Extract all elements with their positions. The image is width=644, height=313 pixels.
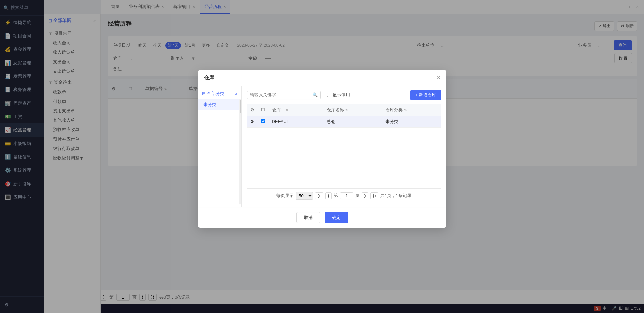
modal-close-button[interactable]: × — [437, 75, 440, 81]
uncategorized-label: 未分类 — [203, 102, 216, 107]
modal-per-page-label: 每页显示 — [276, 193, 294, 199]
left-scrollbar-thumb — [240, 100, 241, 113]
left-scrollbar-track — [239, 99, 241, 204]
modal-th-settings: ⚙ — [247, 104, 258, 116]
show-disabled-label: 显示停用 — [333, 92, 350, 98]
modal-th-name-label: 仓库名称 — [327, 107, 344, 112]
row-name: 总仓 — [323, 116, 382, 127]
row-select-checkbox[interactable] — [261, 119, 265, 123]
search-input-wrap: 🔍 — [247, 91, 321, 99]
modal-last-btn[interactable]: ⟩⟩ — [370, 192, 378, 199]
modal-button-row: 取消 确定 — [198, 207, 446, 228]
modal-title: 仓库 — [204, 75, 214, 81]
modal-page-input[interactable] — [340, 192, 353, 199]
modal-table-header: ⚙ ☐ 仓库... ⇅ 仓库名称 ⇅ 仓库分类 ⇅ — [247, 104, 441, 116]
left-scroll-area: 未分类 — [198, 99, 241, 204]
add-warehouse-button[interactable]: + 新增仓库 — [410, 90, 441, 100]
search-magnifier-icon: 🔍 — [312, 92, 318, 97]
modal-th-cat-label: 仓库分类 — [385, 107, 403, 112]
row-settings[interactable]: ⚙ — [247, 116, 258, 127]
all-category-text: 全部分类 — [207, 91, 224, 97]
modal-page-suffix: 页 — [355, 193, 360, 199]
modal-all-category[interactable]: ⊞ 全部分类 « — [198, 89, 241, 99]
row-category: 未分类 — [382, 116, 441, 127]
right-panel-toolbar: 🔍 显示停用 + 新增仓库 — [247, 90, 441, 100]
modal-left-panel: ⊞ 全部分类 « 未分类 — [198, 86, 242, 207]
warehouse-modal: 仓库 × ⊞ 全部分类 « 未分类 — [198, 70, 446, 228]
modal-pagination: 每页显示 50 100 ⟨⟨ ⟨ 第 页 ⟩ ⟩⟩ 共1页，1条记录 — [247, 188, 441, 203]
left-panel-uncategorized[interactable]: 未分类 — [198, 99, 241, 110]
row-code: DEFAULT — [269, 116, 324, 127]
modal-next-btn[interactable]: ⟩ — [362, 192, 368, 199]
show-disabled-checkbox-label[interactable]: 显示停用 — [327, 92, 350, 98]
modal-table-body: ⚙ DEFAULT 总仓 未分类 — [247, 116, 441, 127]
grid-small-icon: ⊞ — [202, 91, 206, 96]
code-sort-icon: ⇅ — [286, 108, 288, 112]
cat-sort-icon: ⇅ — [404, 108, 407, 112]
name-sort-icon: ⇅ — [345, 108, 348, 112]
modal-table-spacer — [247, 128, 441, 188]
table-row[interactable]: ⚙ DEFAULT 总仓 未分类 — [247, 116, 441, 127]
modal-page-prefix: 第 — [334, 193, 338, 199]
all-category-label: ⊞ 全部分类 — [202, 91, 224, 97]
modal-cancel-button[interactable]: 取消 — [296, 212, 320, 223]
modal-th-name[interactable]: 仓库名称 ⇅ — [323, 104, 382, 116]
modal-confirm-button[interactable]: 确定 — [325, 212, 348, 223]
modal-prev-btn[interactable]: ⟨ — [325, 192, 332, 199]
modal-total: 共1页，1条记录 — [380, 193, 411, 199]
modal-first-btn[interactable]: ⟨⟨ — [315, 192, 323, 199]
modal-warehouse-table: ⚙ ☐ 仓库... ⇅ 仓库名称 ⇅ 仓库分类 ⇅ — [247, 104, 441, 128]
show-disabled-checkbox[interactable] — [327, 93, 331, 97]
row-checkbox[interactable] — [258, 116, 269, 127]
modal-th-category[interactable]: 仓库分类 ⇅ — [382, 104, 441, 116]
modal-th-code[interactable]: 仓库... ⇅ — [269, 104, 324, 116]
modal-per-page-select[interactable]: 50 100 — [296, 192, 313, 200]
modal-th-code-label: 仓库... — [272, 107, 285, 112]
collapse-left-icon[interactable]: « — [234, 91, 237, 96]
modal-th-checkbox[interactable]: ☐ — [258, 104, 269, 116]
modal-header: 仓库 × — [198, 70, 446, 86]
warehouse-search-input[interactable] — [250, 92, 312, 97]
modal-body: ⊞ 全部分类 « 未分类 🔍 — [198, 86, 446, 207]
modal-right-panel: 🔍 显示停用 + 新增仓库 ⚙ ☐ 仓库... ⇅ — [242, 86, 446, 207]
